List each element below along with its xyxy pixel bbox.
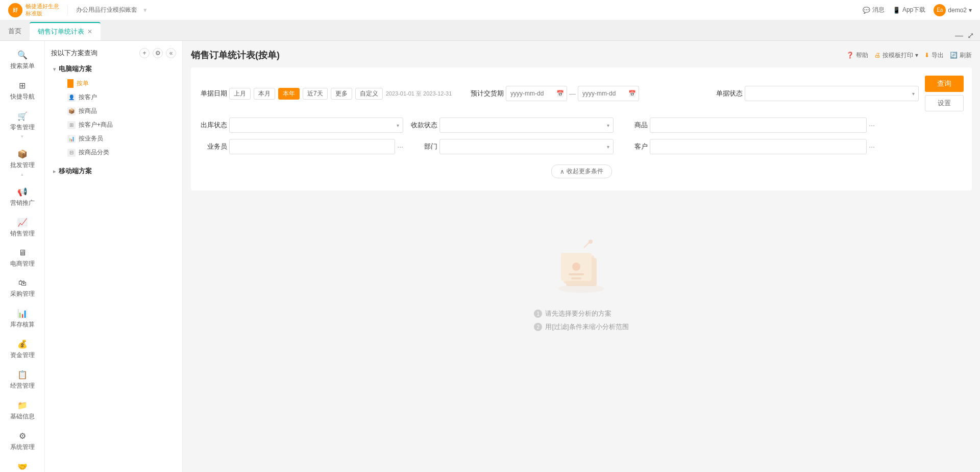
single-date-field: 单据日期 上月 本月 本年 近7天 更多 自定义 2023-01-01 至 20… — [199, 88, 464, 100]
preset-custom[interactable]: 自定义 — [355, 88, 383, 100]
by-cust-prod-icon: ⊞ — [67, 121, 76, 129]
logo-text: 畅捷通好生意 标准版 — [26, 3, 59, 16]
sidebar-item-search-menu[interactable]: 🔍 搜索菜单 — [0, 45, 44, 76]
sidebar-item-sales-mgmt[interactable]: 📈 销售管理 — [0, 213, 44, 243]
dept-select-wrapper — [439, 139, 614, 154]
out-status-select[interactable] — [229, 117, 403, 133]
sys-icon: ⚙ — [19, 431, 26, 441]
sidebar-item-wholesale-mgmt[interactable]: 📦 批发管理 ▴ — [0, 144, 44, 182]
app-download-btn[interactable]: 📱 App下载 — [893, 6, 925, 14]
empty-tips: 1 请先选择要分析的方案 2 用[过滤]条件来缩小分析范围 — [534, 309, 628, 332]
preset-this-year[interactable]: 本年 — [278, 88, 300, 100]
empty-tip-text-1: 请先选择要分析的方案 — [545, 309, 611, 318]
pay-status-label: 收款状态 — [409, 121, 437, 130]
expected-date-end-wrapper: 📅 — [578, 86, 639, 101]
wholesale-icon: 📦 — [17, 149, 28, 159]
main-layout: 🔍 搜索菜单 ⊞ 快捷导航 🛒 零售管理 ▾ 📦 批发管理 ▴ 📢 营销推广 📈… — [0, 41, 980, 472]
refresh-btn[interactable]: 🔄 刷新 — [950, 51, 972, 60]
calendar-start-icon[interactable]: 📅 — [556, 90, 564, 97]
tab-close-icon[interactable]: ✕ — [87, 28, 92, 35]
logo-icon: 好 — [8, 3, 22, 17]
tab-home[interactable]: 首页 — [0, 22, 30, 40]
customer-more-icon[interactable]: ··· — [869, 143, 875, 151]
retail-icon: 🛒 — [17, 111, 28, 121]
tree-section-pc[interactable]: ▾ 电脑端方案 — [45, 61, 182, 77]
filter-row-3: 业务员 ··· 部门 — [199, 139, 964, 154]
content-area: 按以下方案查询 + ⚙ « ▾ 电脑端方案 单 按单 👤 按客户 — [45, 41, 980, 472]
by-order-icon: 单 — [67, 79, 74, 88]
sidebar-item-corp-collab[interactable]: 🤝 企业协同 — [0, 457, 44, 472]
single-status-select-wrapper — [745, 86, 919, 101]
svg-point-8 — [589, 240, 593, 244]
pay-status-select[interactable] — [439, 117, 614, 133]
customer-field: 客户 ··· — [620, 139, 875, 154]
sidebar-item-quick-nav[interactable]: ⊞ 快捷导航 — [0, 76, 44, 106]
preset-last-month[interactable]: 上月 — [229, 88, 251, 100]
by-product-icon: 📦 — [67, 107, 76, 115]
sidebar-item-retail-mgmt[interactable]: 🛒 零售管理 ▾ — [0, 106, 44, 144]
export-btn[interactable]: ⬇ 导出 — [924, 51, 944, 60]
sidebar-item-ecom-mgmt[interactable]: 🖥 电商管理 — [0, 243, 44, 273]
avatar: Ea — [934, 4, 946, 16]
by-salesman-label: 按业务员 — [79, 134, 103, 143]
collapse-panel-btn[interactable]: « — [166, 48, 176, 58]
sidebar-item-finance-mgmt[interactable]: 💰 资金管理 — [0, 334, 44, 365]
collapse-btn[interactable]: ∧ 收起更多条件 — [551, 164, 612, 178]
salesman-more-icon[interactable]: ··· — [397, 143, 403, 151]
minimize-btn[interactable]: — — [955, 31, 963, 40]
add-plan-btn[interactable]: + — [139, 48, 150, 58]
preset-this-month[interactable]: 本月 — [254, 88, 275, 100]
filter-row-2: 出库状态 收款状态 — [199, 117, 964, 133]
by-prod-cat-icon: ⊟ — [67, 149, 76, 157]
sidebar-item-inventory[interactable]: 📊 库存核算 — [0, 303, 44, 334]
product-input[interactable] — [650, 117, 867, 133]
sidebar-item-sys-mgmt[interactable]: ⚙ 系统管理 — [0, 426, 44, 457]
breadcrumb-arrow-icon[interactable]: ▾ — [143, 6, 147, 14]
sidebar-item-purchase-mgmt[interactable]: 🛍 采购管理 — [0, 273, 44, 303]
page-actions: ❓ 帮助 🖨 按模板打印 ▾ ⬇ 导出 🔄 刷新 — [846, 51, 972, 60]
expected-date-start-wrapper: 📅 — [506, 86, 567, 101]
preset-last-7days[interactable]: 近7天 — [303, 88, 328, 100]
template-print-btn[interactable]: 🖨 按模板打印 ▾ — [874, 51, 918, 60]
calendar-end-icon[interactable]: 📅 — [628, 90, 636, 97]
left-panel-actions: + ⚙ « — [139, 48, 176, 58]
sidebar-item-marketing[interactable]: 📢 营销推广 — [0, 182, 44, 213]
setting-button[interactable]: 设置 — [925, 95, 964, 111]
export-icon: ⬇ — [924, 52, 929, 59]
single-date-label: 单据日期 — [199, 89, 227, 98]
maximize-btn[interactable]: ⤢ — [967, 31, 974, 40]
right-panel: 销售订单统计表(按单) ❓ 帮助 🖨 按模板打印 ▾ ⬇ 导出 — [183, 41, 980, 472]
salesman-label: 业务员 — [199, 142, 227, 151]
search-button[interactable]: 查询 — [925, 76, 964, 92]
tree-section-mobile[interactable]: ▸ 移动端方案 — [45, 163, 182, 179]
empty-tip-2: 2 用[过滤]条件来缩小分析范围 — [534, 322, 628, 332]
purchase-icon: 🛍 — [18, 278, 27, 288]
sidebar-item-basic-info[interactable]: 📁 基础信息 — [0, 395, 44, 426]
product-more-icon[interactable]: ··· — [869, 121, 875, 129]
sidebar-item-ops-mgmt[interactable]: 📋 经营管理 — [0, 365, 44, 395]
user-menu[interactable]: Ea demo2 ▾ — [934, 4, 972, 16]
salesman-input[interactable] — [229, 139, 395, 154]
customer-input[interactable] — [650, 139, 867, 154]
tree-node-by-customer[interactable]: 👤 按客户 — [59, 90, 182, 104]
tree-node-by-cust-prod[interactable]: ⊞ 按客户+商品 — [59, 118, 182, 132]
help-btn[interactable]: ❓ 帮助 — [846, 51, 868, 60]
marketing-icon: 📢 — [17, 187, 28, 197]
svg-point-4 — [572, 263, 580, 271]
single-status-label: 单据状态 — [715, 89, 743, 98]
page-title-bar: 销售订单统计表(按单) ❓ 帮助 🖨 按模板打印 ▾ ⬇ 导出 — [191, 49, 972, 61]
dept-select[interactable] — [439, 139, 614, 154]
tree-node-by-order[interactable]: 单 按单 — [59, 77, 182, 90]
search-btn-group: 查询 设置 — [925, 76, 964, 111]
message-btn[interactable]: 💬 消息 — [863, 6, 885, 14]
tree-node-by-prod-cat[interactable]: ⊟ 按商品分类 — [59, 146, 182, 159]
settings-plan-btn[interactable]: ⚙ — [153, 48, 163, 58]
search-icon: 🔍 — [17, 50, 28, 60]
tree-node-by-product[interactable]: 📦 按商品 — [59, 104, 182, 118]
preset-more[interactable]: 更多 — [331, 88, 352, 100]
by-prod-cat-label: 按商品分类 — [79, 148, 109, 157]
single-status-select[interactable] — [745, 86, 919, 101]
tree-node-by-salesman[interactable]: 📊 按业务员 — [59, 132, 182, 146]
by-product-label: 按商品 — [79, 107, 97, 115]
tab-sales-order-stats[interactable]: 销售订单统计表 ✕ — [30, 22, 101, 40]
